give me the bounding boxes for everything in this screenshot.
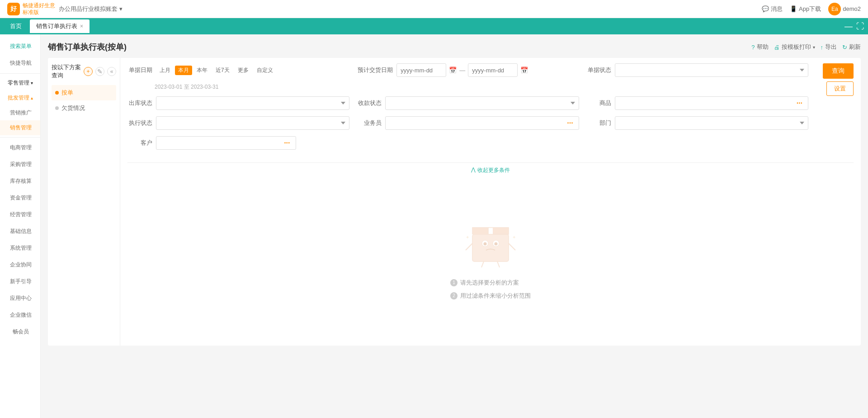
sidebar-item-retail[interactable]: 零售管理 ▾: [0, 76, 40, 90]
active-scheme-dot: [55, 91, 59, 95]
sidebar-item-basic-info[interactable]: 基础信息: [0, 223, 40, 240]
receipt-status-filter: 收款状态: [357, 96, 579, 110]
calendar-start-icon: 📅: [449, 66, 457, 74]
doc-date-label: 单据日期: [127, 66, 152, 74]
app-download-icon: 📱: [790, 5, 797, 12]
header-right: 💬 消息 📱 App下载 Ea demo2: [762, 3, 861, 15]
sidebar-quick-nav[interactable]: 快捷导航: [0, 55, 40, 71]
7days-btn[interactable]: 近7天: [212, 65, 233, 76]
salesperson-picker-btn[interactable]: ···: [565, 119, 575, 127]
svg-text:✦: ✦: [466, 235, 469, 240]
prev-month-btn[interactable]: 上月: [156, 65, 174, 76]
sidebar-item-finance[interactable]: 资金管理: [0, 190, 40, 206]
empty-state: ✦ ✦ 1 请先选择要分析的方案 2 用过滤条件来缩小分析范围: [127, 178, 854, 340]
collapse-more-bar[interactable]: ⋀ 收起更多条件: [127, 162, 854, 178]
print-btn[interactable]: 🖨 按模板打印 ▾: [774, 43, 815, 51]
help-icon: ?: [751, 44, 755, 51]
message-action[interactable]: 💬 消息: [762, 5, 783, 13]
doc-status-select[interactable]: [615, 63, 808, 77]
dept-filter: 部门: [586, 116, 808, 130]
tab-bar: 首页 销售订单执行表 × — ⛶: [0, 18, 868, 34]
custom-btn[interactable]: 自定义: [253, 65, 277, 76]
sidebar-item-ecommerce[interactable]: 电商管理: [0, 139, 40, 156]
product-filter: 商品 ···: [586, 96, 808, 110]
sidebar-item-sales[interactable]: 销售管理: [0, 120, 40, 135]
breadcrumb-dropdown[interactable]: ▾: [119, 5, 123, 12]
sidebar-divider-1: [0, 73, 40, 74]
sidebar-search-menu[interactable]: 搜索菜单: [0, 38, 40, 55]
svg-text:✦: ✦: [512, 235, 516, 240]
out-status-select[interactable]: [156, 96, 349, 110]
logo-area: 好 畅捷通好生意 标准版: [7, 2, 55, 15]
tab-close-icon[interactable]: ×: [80, 23, 83, 29]
collapse-panel-btn[interactable]: «: [107, 67, 116, 76]
sidebar: 搜索菜单 快捷导航 零售管理 ▾ 批发管理 ▴ 营销推广 销售管理 电商管理 采…: [0, 34, 41, 418]
receipt-status-select[interactable]: [385, 96, 579, 110]
edit-scheme-btn[interactable]: ✎: [95, 67, 104, 76]
exec-status-filter: 执行状态: [127, 116, 349, 130]
expected-date-label: 预计交货日期: [357, 66, 393, 74]
page-title: 销售订单执行表(按单): [48, 42, 127, 52]
help-btn[interactable]: ? 帮助: [751, 43, 768, 51]
exec-status-select[interactable]: [156, 116, 349, 130]
message-icon: 💬: [762, 5, 769, 12]
calendar-end-icon: 📅: [520, 66, 528, 74]
sidebar-item-marketing[interactable]: 营销推广: [0, 105, 40, 120]
sidebar-item-wholesale[interactable]: 批发管理 ▴: [0, 90, 40, 105]
sidebar-item-wechat[interactable]: 企业微信: [0, 307, 40, 323]
content-inner: 按以下方案查询 + ✎ « 按单 欠货情况: [48, 58, 861, 346]
expected-date-filter: 预计交货日期 📅 — 📅: [357, 63, 579, 77]
settings-btn[interactable]: 设置: [826, 81, 854, 96]
svg-line-7: [509, 243, 515, 250]
customer-label: 客户: [127, 139, 152, 147]
dept-label: 部门: [586, 119, 611, 127]
tab-sales-order[interactable]: 销售订单执行表 ×: [30, 19, 90, 33]
scheme-item-single[interactable]: 按单: [52, 85, 116, 100]
svg-rect-0: [472, 234, 509, 261]
sidebar-item-member[interactable]: 畅会员: [0, 323, 40, 340]
salesperson-label: 业务员: [357, 119, 382, 127]
doc-date-filter: 单据日期 上月 本月 本年 近7天 更多 自定义: [127, 65, 349, 76]
sidebar-item-system[interactable]: 系统管理: [0, 240, 40, 256]
sidebar-item-enterprise[interactable]: 企业协同: [0, 256, 40, 273]
tab-minimize-icon[interactable]: —: [844, 22, 853, 31]
tip-item-1: 1 请先选择要分析的方案: [450, 277, 531, 288]
user-profile-action[interactable]: Ea demo2: [828, 3, 861, 15]
svg-line-8: [481, 261, 484, 267]
this-year-btn[interactable]: 本年: [193, 65, 211, 76]
sidebar-item-guide[interactable]: 新手引导: [0, 273, 40, 290]
expected-date-inputs: 📅 — 📅: [396, 63, 528, 77]
svg-point-4: [484, 242, 487, 246]
out-status-filter: 出库状态: [127, 96, 349, 110]
scheme-item-shortage[interactable]: 欠货情况: [52, 100, 116, 116]
refresh-btn[interactable]: ↻ 刷新: [842, 43, 861, 51]
app-download-action[interactable]: 📱 App下载: [790, 5, 821, 13]
more-btn[interactable]: 更多: [234, 65, 252, 76]
add-scheme-btn[interactable]: +: [84, 67, 93, 76]
dept-select[interactable]: [615, 116, 808, 130]
product-picker-btn[interactable]: ···: [795, 99, 804, 107]
sidebar-item-operations[interactable]: 经营管理: [0, 206, 40, 223]
page-title-bar: 销售订单执行表(按单) ? 帮助 🖨 按模板打印 ▾ ↑ 导出 ↻ 刷新: [48, 42, 861, 52]
expected-date-start[interactable]: [396, 63, 446, 77]
product-label: 商品: [586, 99, 611, 107]
tab-maximize-icon[interactable]: ⛶: [856, 22, 864, 31]
collapse-icon: ⋀: [471, 166, 476, 174]
sidebar-item-purchase[interactable]: 采购管理: [0, 156, 40, 173]
export-btn[interactable]: ↑ 导出: [821, 43, 837, 51]
customer-picker-btn[interactable]: ···: [282, 139, 292, 147]
tip-item-2: 2 用过滤条件来缩小分析范围: [450, 290, 531, 301]
out-status-label: 出库状态: [127, 99, 152, 107]
content-area: 销售订单执行表(按单) ? 帮助 🖨 按模板打印 ▾ ↑ 导出 ↻ 刷新: [41, 34, 868, 418]
expected-date-end[interactable]: [468, 63, 518, 77]
sidebar-item-app-center[interactable]: 应用中心: [0, 290, 40, 307]
page-actions: ? 帮助 🖨 按模板打印 ▾ ↑ 导出 ↻ 刷新: [751, 43, 861, 51]
tab-home[interactable]: 首页: [4, 19, 28, 33]
date-btn-group: 上月 本月 本年 近7天 更多 自定义: [156, 65, 349, 76]
query-btn[interactable]: 查询: [823, 63, 854, 79]
left-filter-panel: 按以下方案查询 + ✎ « 按单 欠货情况: [48, 58, 120, 346]
refresh-icon: ↻: [842, 44, 847, 51]
sidebar-item-inventory[interactable]: 库存核算: [0, 173, 40, 190]
empty-tips: 1 请先选择要分析的方案 2 用过滤条件来缩小分析范围: [450, 277, 531, 304]
current-month-btn[interactable]: 本月: [175, 66, 192, 75]
